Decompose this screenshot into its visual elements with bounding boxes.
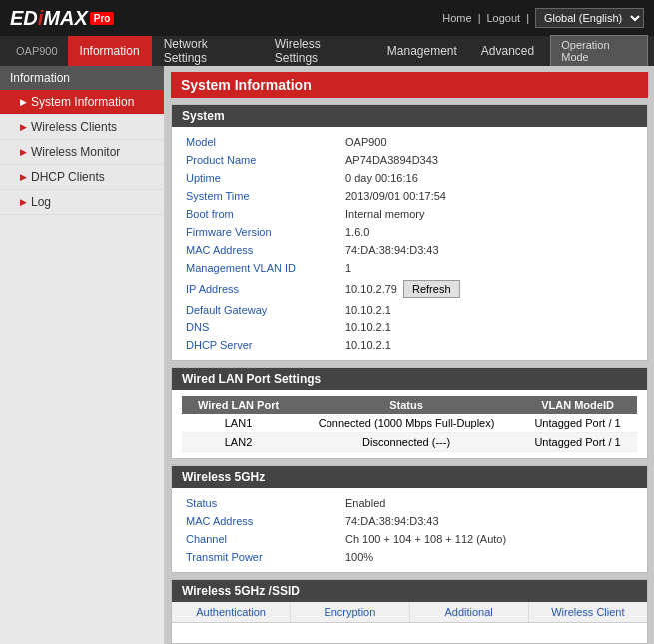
- sidebar-item-dhcp-clients[interactable]: ▶ DHCP Clients: [0, 165, 164, 190]
- field-value: AP74DA3894D343: [341, 151, 637, 169]
- wireless-label: MAC Address: [182, 512, 341, 530]
- operation-mode-button[interactable]: Operation Mode: [550, 35, 648, 67]
- wireless-ssid-section: Wireless 5GHz /SSID Authentication Encry…: [171, 579, 648, 644]
- lan-col-status: Status: [295, 396, 518, 414]
- system-field-row: System Time2013/09/01 00:17:54: [182, 187, 637, 205]
- field-label: DHCP Server: [182, 336, 341, 354]
- field-value: 74:DA:38:94:D3:43: [341, 241, 637, 259]
- field-value: 1: [341, 259, 637, 277]
- wireless-field-row: Transmit Power100%: [182, 548, 637, 566]
- system-field-row: Default Gateway10.10.2.1: [182, 301, 637, 319]
- main-layout: Information ▶ System Information ▶ Wirel…: [0, 66, 654, 644]
- ssid-col-enc: Encryption: [291, 602, 409, 622]
- system-section: System ModelOAP900Product NameAP74DA3894…: [171, 104, 648, 361]
- system-field-row: Product NameAP74DA3894D343: [182, 151, 637, 169]
- navbar: OAP900 Information Network Settings Wire…: [0, 36, 654, 66]
- lan-cell-vlan: Untagged Port / 1: [518, 433, 637, 452]
- system-section-header: System: [172, 105, 647, 127]
- lan-table-row: LAN1Connected (1000 Mbps Full-Duplex)Unt…: [182, 414, 637, 433]
- logo: EDiMAX Pro: [10, 7, 114, 30]
- system-field-row: Uptime0 day 00:16:16: [182, 169, 637, 187]
- field-label: Boot from: [182, 205, 341, 223]
- lan-cell-status: Disconnected (---): [295, 433, 518, 452]
- wireless-value: Ch 100 + 104 + 108 + 112 (Auto): [341, 530, 637, 548]
- wired-lan-body: Wired LAN Port Status VLAN ModeID LAN1Co…: [172, 390, 647, 458]
- wireless-value: 100%: [341, 548, 637, 566]
- ssid-col-clients: Wireless Client: [529, 602, 647, 622]
- field-label: DNS: [182, 319, 341, 336]
- system-info-table: ModelOAP900Product NameAP74DA3894D343Upt…: [182, 133, 637, 354]
- wired-lan-section: Wired LAN Port Settings Wired LAN Port S…: [171, 367, 648, 459]
- arrow-icon: ▶: [20, 97, 27, 107]
- ssid-col-auth: Authentication: [172, 602, 291, 622]
- system-field-row: MAC Address74:DA:38:94:D3:43: [182, 241, 637, 259]
- field-label: Uptime: [182, 169, 341, 187]
- lan-cell-status: Connected (1000 Mbps Full-Duplex): [295, 414, 518, 433]
- nav-information[interactable]: Information: [68, 36, 152, 66]
- page-title: System Information: [171, 72, 648, 98]
- refresh-button[interactable]: Refresh: [403, 280, 460, 298]
- system-field-row: Firmware Version1.6.0: [182, 223, 637, 241]
- field-value: 10.10.2.1: [341, 301, 637, 319]
- field-value: Internal memory: [341, 205, 637, 223]
- field-value: 1.6.0: [341, 223, 637, 241]
- wireless-label: Channel: [182, 530, 341, 548]
- content-area: System Information System ModelOAP900Pro…: [165, 66, 654, 644]
- system-field-row: Management VLAN ID1: [182, 259, 637, 277]
- sidebar-section-information[interactable]: Information: [0, 66, 164, 90]
- wireless-label: Transmit Power: [182, 548, 341, 566]
- system-field-row: DHCP Server10.10.2.1: [182, 336, 637, 354]
- lan-col-port: Wired LAN Port: [182, 396, 295, 414]
- field-value: 0 day 00:16:16: [341, 169, 637, 187]
- system-field-row: DNS10.10.2.1: [182, 319, 637, 336]
- wireless-field-row: StatusEnabled: [182, 494, 637, 512]
- field-label: MAC Address: [182, 241, 341, 259]
- header-right: Home | Logout | Global (English): [442, 8, 644, 28]
- nav-network-settings[interactable]: Network Settings: [152, 36, 263, 66]
- wireless-5ghz-header: Wireless 5GHz: [172, 466, 647, 488]
- lan-cell-port: LAN2: [182, 433, 295, 452]
- nav-management[interactable]: Management: [375, 36, 469, 66]
- sidebar-item-wireless-clients[interactable]: ▶ Wireless Clients: [0, 115, 164, 140]
- sidebar-item-wireless-monitor[interactable]: ▶ Wireless Monitor: [0, 140, 164, 165]
- wireless-value: Enabled: [341, 494, 637, 512]
- logo-text: EDiMAX: [10, 7, 88, 30]
- nav-advanced[interactable]: Advanced: [469, 36, 546, 66]
- field-label: Firmware Version: [182, 223, 341, 241]
- ssid-col-additional: Additional: [410, 602, 529, 622]
- ssid-column-headers: Authentication Encryption Additional Wir…: [172, 602, 647, 623]
- arrow-icon-4: ▶: [20, 172, 27, 182]
- field-label: System Time: [182, 187, 341, 205]
- logout-link[interactable]: Logout: [486, 12, 520, 24]
- arrow-icon-3: ▶: [20, 147, 27, 157]
- pro-badge: Pro: [90, 12, 115, 25]
- arrow-icon-5: ▶: [20, 197, 27, 207]
- lan-table-row: LAN2Disconnected (---)Untagged Port / 1: [182, 433, 637, 452]
- sidebar-item-log[interactable]: ▶ Log: [0, 190, 164, 215]
- wireless-5ghz-section: Wireless 5GHz StatusEnabledMAC Address74…: [171, 465, 648, 573]
- language-select[interactable]: Global (English): [535, 8, 644, 28]
- home-link[interactable]: Home: [442, 12, 471, 24]
- device-label: OAP900: [6, 45, 68, 57]
- field-value: OAP900: [341, 133, 637, 151]
- field-label: Default Gateway: [182, 301, 341, 319]
- field-value: 2013/09/01 00:17:54: [341, 187, 637, 205]
- sidebar-item-system-information[interactable]: ▶ System Information: [0, 90, 164, 115]
- system-field-row: IP Address10.10.2.79Refresh: [182, 277, 637, 301]
- field-label: Management VLAN ID: [182, 259, 341, 277]
- field-value: 10.10.2.1: [341, 319, 637, 336]
- header: EDiMAX Pro Home | Logout | Global (Engli…: [0, 0, 654, 36]
- field-value: 10.10.2.1: [341, 336, 637, 354]
- system-section-body: ModelOAP900Product NameAP74DA3894D343Upt…: [172, 127, 647, 360]
- nav-wireless-settings[interactable]: Wireless Settings: [263, 36, 375, 66]
- lan-table: Wired LAN Port Status VLAN ModeID LAN1Co…: [182, 396, 637, 452]
- ssid-content-placeholder: [172, 623, 647, 643]
- lan-col-vlan: VLAN ModeID: [518, 396, 637, 414]
- field-label: Model: [182, 133, 341, 151]
- wireless-5ghz-table: StatusEnabledMAC Address74:DA:38:94:D3:4…: [182, 494, 637, 566]
- system-field-row: ModelOAP900: [182, 133, 637, 151]
- wireless-label: Status: [182, 494, 341, 512]
- sidebar: Information ▶ System Information ▶ Wirel…: [0, 66, 165, 644]
- lan-cell-vlan: Untagged Port / 1: [518, 414, 637, 433]
- wired-lan-header: Wired LAN Port Settings: [172, 368, 647, 390]
